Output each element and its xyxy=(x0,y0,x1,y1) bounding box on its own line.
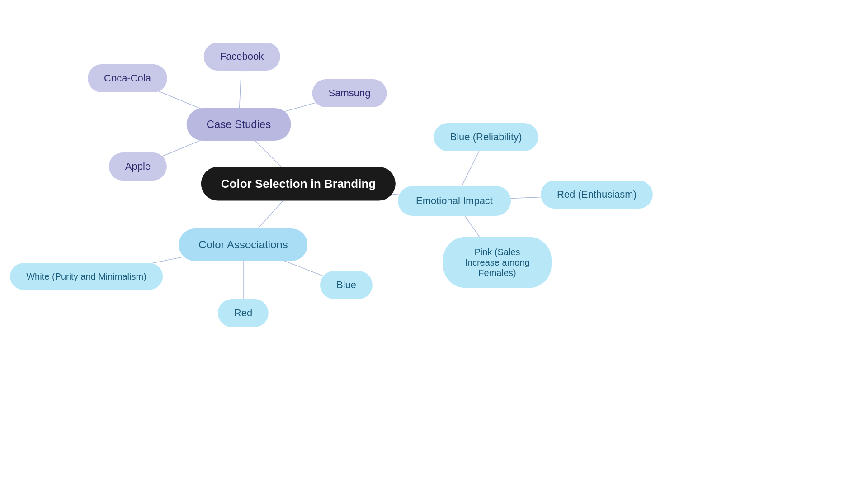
blue-node[interactable]: Blue xyxy=(320,271,373,299)
case-studies-node[interactable]: Case Studies xyxy=(187,108,291,141)
facebook-node[interactable]: Facebook xyxy=(204,43,280,71)
white-node[interactable]: White (Purity and Minimalism) xyxy=(10,263,163,290)
apple-node[interactable]: Apple xyxy=(109,152,167,181)
red-node[interactable]: Red xyxy=(218,299,269,327)
samsung-node[interactable]: Samsung xyxy=(312,79,387,107)
color-associations-node[interactable]: Color Associations xyxy=(179,228,307,261)
emotional-impact-node[interactable]: Emotional Impact xyxy=(398,186,511,216)
center-node[interactable]: Color Selection in Branding xyxy=(201,167,396,201)
coca-cola-node[interactable]: Coca-Cola xyxy=(88,64,167,92)
red-enthusiasm-node[interactable]: Red (Enthusiasm) xyxy=(541,181,653,209)
pink-node[interactable]: Pink (Sales Increase among Females) xyxy=(443,237,552,288)
blue-reliability-node[interactable]: Blue (Reliability) xyxy=(434,123,538,151)
